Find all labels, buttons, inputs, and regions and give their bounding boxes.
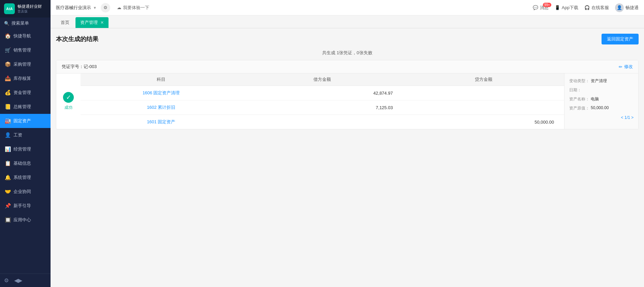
guide-icon: 📌 xyxy=(5,203,11,209)
voucher-number: 凭证字号：记-003 xyxy=(62,64,97,70)
finance-icon: 💰 xyxy=(5,90,11,96)
original-value-label: 资产原值： xyxy=(569,105,589,111)
tabbar: 首页 资产管理 ✕ xyxy=(51,15,644,28)
prev-page-icon[interactable]: < xyxy=(621,115,623,120)
voucher-main: ✓ 成功 科目 借方金额 贷方金额 1606 固定资产清理 xyxy=(56,73,564,129)
sidebar-item-label: 工资 xyxy=(13,132,22,138)
tab-close-icon[interactable]: ✕ xyxy=(100,20,104,25)
summary-text: 共生成 1张凭证，0张失败 xyxy=(56,50,639,56)
gear-icon: ⚙ xyxy=(103,5,108,10)
sidebar-item-app-center[interactable]: 🔲 应用中心 xyxy=(0,213,51,227)
tab-home[interactable]: 首页 xyxy=(56,17,74,28)
asset-name-row: 资产名称： 电脑 xyxy=(569,96,634,102)
side-panel: 变动类型： 资产清理 日期： 资产名称： 电脑 资产原值： 50,000.00 xyxy=(564,73,638,129)
sidebar-item-inventory[interactable]: 📥 库存核算 xyxy=(0,71,51,86)
table-header: 科目 借方金额 贷方金额 xyxy=(81,73,564,86)
company-selector[interactable]: 医疗器械行业演示 ▼ xyxy=(56,5,97,11)
purchase-icon: 📦 xyxy=(5,61,11,67)
system-icon: 🔔 xyxy=(5,174,11,181)
sidebar-item-basic-info[interactable]: 📋 基础信息 xyxy=(0,156,51,170)
settings-icon[interactable]: ⚙ xyxy=(4,277,9,284)
inventory-icon: 📥 xyxy=(5,75,11,82)
col-subject: 科目 xyxy=(81,73,242,86)
tab-asset-management[interactable]: 资产管理 ✕ xyxy=(75,17,109,28)
operations-icon: 📊 xyxy=(5,146,11,152)
sidebar-item-guide[interactable]: 📌 新手引导 xyxy=(0,199,51,213)
sidebar-item-label: 基础信息 xyxy=(13,160,31,166)
edit-icon: ✏ xyxy=(619,64,622,69)
topbar: 医疗器械行业演示 ▼ ⚙ ☁ 我要体验一下 💬 消息 99+ 📱 App下载 🎧… xyxy=(51,0,644,15)
asset-name-value: 电脑 xyxy=(591,96,599,102)
row1-credit xyxy=(403,89,564,97)
sidebar-search[interactable]: 🔍 搜索菜单 xyxy=(0,18,51,29)
change-type-row: 变动类型： 资产清理 xyxy=(569,78,634,84)
content-area: 本次生成的结果 返回固定资产 共生成 1张凭证，0张失败 凭证字号：记-003 … xyxy=(51,28,644,287)
basic-info-icon: 📋 xyxy=(5,160,11,166)
voucher-body: ✓ 成功 科目 借方金额 贷方金额 1606 固定资产清理 xyxy=(56,73,638,129)
page-title-row: 本次生成的结果 返回固定资产 xyxy=(56,34,639,44)
app-download-button[interactable]: 📱 App下载 xyxy=(555,5,578,11)
experience-icon: ☁ xyxy=(117,5,121,10)
row2-subject[interactable]: 1602 累计折旧 xyxy=(81,100,242,115)
date-row: 日期： xyxy=(569,87,634,93)
page-info: 1/1 xyxy=(624,115,631,120)
sidebar-item-enterprise[interactable]: 🤝 企业协同 xyxy=(0,185,51,199)
app-download-label: App下载 xyxy=(562,5,578,11)
sales-icon: 🛒 xyxy=(5,47,11,53)
download-icon: 📱 xyxy=(555,5,560,10)
online-support-button[interactable]: 🎧 在线客服 xyxy=(584,5,609,11)
date-label: 日期： xyxy=(569,87,589,93)
sidebar-item-fixed-assets[interactable]: 🏭 固定资产 xyxy=(0,114,51,128)
experience-button[interactable]: ☁ 我要体验一下 xyxy=(117,5,149,11)
sidebar-item-payroll[interactable]: 👤 工资 xyxy=(0,128,51,142)
col-credit: 贷方金额 xyxy=(403,73,564,86)
sidebar: AtA 畅捷通好业财 普及版 🔍 搜索菜单 🏠 快捷导航 🛒 销售管理 📦 采购… xyxy=(0,0,51,287)
user-name: 畅捷通 xyxy=(625,5,639,11)
sidebar-item-system[interactable]: 🔔 系统管理 xyxy=(0,170,51,185)
sidebar-item-label: 库存核算 xyxy=(13,75,31,82)
sidebar-item-sales[interactable]: 🛒 销售管理 xyxy=(0,43,51,57)
search-icon: 🔍 xyxy=(4,21,9,26)
enterprise-icon: 🤝 xyxy=(5,189,11,195)
voucher-table: 科目 借方金额 贷方金额 1606 固定资产清理 42,874.97 1602 … xyxy=(81,73,564,129)
collapse-icon[interactable]: ◀▶ xyxy=(14,277,22,284)
user-profile[interactable]: 👤 畅捷通 xyxy=(615,3,639,12)
company-name: 医疗器械行业演示 xyxy=(56,5,91,11)
sidebar-item-label: 采购管理 xyxy=(13,61,31,67)
voucher-container: 凭证字号：记-003 ✏ 修改 ✓ 成功 xyxy=(56,60,639,129)
voucher-header: 凭证字号：记-003 ✏ 修改 xyxy=(56,60,638,73)
sidebar-item-quick-nav[interactable]: 🏠 快捷导航 xyxy=(0,29,51,43)
row3-subject[interactable]: 1601 固定资产 xyxy=(81,115,242,129)
sidebar-bottom: ⚙ ◀▶ xyxy=(0,274,51,287)
row3-credit: 50,000.00 xyxy=(403,116,564,129)
side-panel-pagination: < 1/1 > xyxy=(569,115,634,120)
support-icon: 🎧 xyxy=(584,5,590,10)
success-icon: ✓ xyxy=(63,92,74,103)
sidebar-item-purchase[interactable]: 📦 采购管理 xyxy=(0,57,51,71)
sidebar-item-ledger[interactable]: 📒 总账管理 xyxy=(0,100,51,114)
row1-subject[interactable]: 1606 固定资产清理 xyxy=(81,86,242,100)
col-debit: 借方金额 xyxy=(242,73,403,86)
original-value-value: 50,000.00 xyxy=(591,105,609,110)
page-title: 本次生成的结果 xyxy=(56,35,98,43)
message-icon: 💬 xyxy=(533,5,538,10)
edit-button-label: 修改 xyxy=(624,64,633,70)
change-type-label: 变动类型： xyxy=(569,78,589,84)
return-button[interactable]: 返回固定资产 xyxy=(602,34,639,44)
table-row: 1606 固定资产清理 42,874.97 xyxy=(81,86,564,100)
messages-badge: 99+ xyxy=(543,3,551,7)
edit-button[interactable]: ✏ 修改 xyxy=(619,64,633,70)
sidebar-item-label: 销售管理 xyxy=(13,47,31,53)
row2-credit xyxy=(403,103,564,111)
logo-name: 畅捷通好业财 xyxy=(18,4,42,9)
sidebar-item-label: 应用中心 xyxy=(13,217,31,223)
logo-version: 普及版 xyxy=(18,9,42,14)
messages-button[interactable]: 💬 消息 99+ xyxy=(533,5,549,11)
sidebar-item-operations[interactable]: 📊 经营管理 xyxy=(0,142,51,156)
next-page-icon[interactable]: > xyxy=(631,115,634,120)
sidebar-item-finance[interactable]: 💰 资金管理 xyxy=(0,86,51,100)
settings-button[interactable]: ⚙ xyxy=(101,3,110,12)
tab-home-label: 首页 xyxy=(61,20,69,26)
sidebar-item-label: 固定资产 xyxy=(13,118,31,124)
chevron-down-icon: ▼ xyxy=(93,6,97,10)
